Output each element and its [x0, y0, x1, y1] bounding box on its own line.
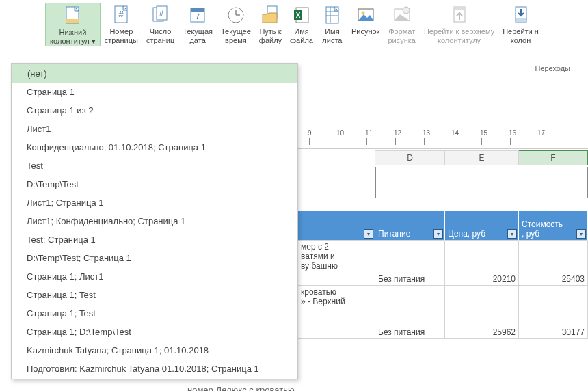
picfmt-icon: [391, 4, 413, 26]
footer-preset-item[interactable]: Подготовил: Kazmirchuk Tatyana 01.10.201…: [12, 360, 297, 378]
table-header-blank[interactable]: ▾: [298, 211, 375, 241]
worksheet-grid: ▾ Питание ▾ Цена, руб ▾ Стоимость , руб …: [298, 167, 588, 391]
ribbon-toolbar: Нижний колонтитул ▾#Номер страницы#Число…: [0, 0, 588, 64]
hash2-icon: #: [150, 4, 172, 26]
ribbon-btn-sheetname[interactable]: Имя листа: [317, 3, 347, 46]
svg-point-24: [403, 7, 410, 14]
ribbon-btn-label: Путь к файлу: [259, 27, 282, 45]
ruler-tick: 15: [481, 138, 510, 145]
filter-icon[interactable]: ▾: [507, 229, 517, 239]
ruler-tick: 13: [424, 138, 453, 145]
footer-preset-item[interactable]: Лист1: [12, 120, 297, 138]
table-header-cost[interactable]: Стоимость , руб ▾: [519, 211, 588, 241]
page-icon: [62, 5, 83, 27]
cell-price[interactable]: 25962: [445, 286, 519, 339]
ribbon-btn-label: Имя файла: [290, 27, 313, 45]
footer-preset-item[interactable]: Лист1; Страница 1: [12, 193, 297, 212]
svg-rect-1: [66, 19, 79, 23]
ribbon-btn-label: Формат рисунка: [388, 27, 416, 45]
cell-price[interactable]: 20210: [445, 241, 519, 286]
table-row: мер с 2 ватями и ву башню Без питания 20…: [298, 241, 588, 286]
svg-text:#: #: [159, 9, 164, 17]
cell-meal[interactable]: Без питания: [375, 286, 445, 339]
ribbon-btn-label: Номер страницы: [105, 27, 138, 45]
merged-empty-cell[interactable]: [375, 167, 588, 198]
ribbon-btn-goftr[interactable]: Перейти н колон: [498, 3, 543, 46]
svg-text:7: 7: [196, 12, 200, 21]
ribbon-btn-label: Перейти к верхнему колонтитулу: [424, 27, 494, 45]
footer-preset-dropdown: (нет)Страница 1Страница 1 из ?Лист1 Конф…: [11, 63, 298, 379]
filter-icon[interactable]: ▾: [433, 229, 443, 239]
ruler-tick: 9: [309, 138, 338, 145]
ribbon-btn-label: Текущая дата: [183, 27, 213, 45]
footer-preset-item[interactable]: Страница 1; D:\Temp\Test: [12, 323, 297, 341]
hash-icon: #: [110, 4, 132, 26]
column-header-E[interactable]: E: [445, 150, 519, 165]
footer-preset-item[interactable]: Kazmirchuk Tatyana; Страница 1; 01.10.20…: [12, 341, 297, 360]
ribbon-btn-label: Перейти н колон: [503, 27, 539, 45]
picture-icon: [355, 4, 377, 26]
table-header-row: ▾ Питание ▾ Цена, руб ▾ Стоимость , руб …: [298, 211, 588, 241]
table-header-pitanie[interactable]: Питание ▾: [375, 211, 445, 241]
footer-preset-item[interactable]: Страница 1; Test: [12, 304, 297, 323]
cell-cost[interactable]: 25403: [519, 241, 588, 286]
ribbon-btn-filepath[interactable]: Путь к файлу: [255, 3, 286, 46]
ruler-tick: 16: [510, 138, 539, 145]
svg-point-22: [361, 12, 364, 15]
footer-preset-item[interactable]: Конфиденциально; 01.10.2018; Страница 1: [12, 138, 297, 157]
svg-text:X: X: [296, 12, 301, 19]
ribbon-btn-pagecount[interactable]: #Число страниц: [142, 3, 178, 46]
footer-preset-item[interactable]: D:\Temp\Test; Страница 1: [12, 249, 297, 267]
column-header-row: D E F: [298, 150, 588, 165]
ribbon-btn-label: Число страниц: [146, 27, 174, 45]
ribbon-btn-pagenum[interactable]: #Номер страницы: [101, 3, 142, 46]
cell-cost[interactable]: 30177: [519, 286, 588, 339]
ruler-tick: 10: [338, 138, 366, 145]
cell-desc[interactable]: мер с 2 ватями и ву башню: [298, 241, 375, 286]
ribbon-btn-curdate[interactable]: 7Текущая дата: [178, 3, 217, 46]
footer-preset-item[interactable]: Test: [12, 157, 297, 175]
ribbon-btn-label: Рисунок: [351, 27, 380, 36]
ribbon-btn-footer[interactable]: Нижний колонтитул ▾: [45, 3, 101, 46]
ribbon-btn-filename[interactable]: XИмя файла: [286, 3, 317, 46]
footer-preset-item[interactable]: Лист1; Конфиденциально; Страница 1: [12, 212, 297, 230]
ribbon-btn-label: Нижний колонтитул ▾: [50, 28, 96, 46]
cell-meal[interactable]: Без питания: [375, 241, 445, 286]
table-row-cutoff: номер Делюкс с кроватью: [11, 383, 298, 391]
excel-icon: X: [291, 4, 312, 26]
folder-icon: [259, 4, 281, 26]
ribbon-btn-label: Текущее время: [221, 27, 251, 45]
filter-icon[interactable]: ▾: [364, 229, 373, 239]
table-header-price[interactable]: Цена, руб ▾: [445, 211, 519, 241]
svg-rect-26: [454, 7, 465, 10]
table-row: кроватью » - Верхний Без питания 25962 3…: [298, 286, 588, 339]
goheader-icon: [449, 4, 470, 26]
ribbon-buttons: Нижний колонтитул ▾#Номер страницы#Число…: [45, 3, 543, 46]
ribbon-btn-label: Имя листа: [322, 27, 342, 45]
footer-preset-item[interactable]: Страница 1 из ?: [12, 101, 297, 120]
gofooter-icon: [510, 4, 532, 26]
svg-rect-28: [516, 18, 526, 22]
filter-icon[interactable]: ▾: [576, 229, 586, 239]
ruler-tick: 12: [395, 138, 424, 145]
ribbon-btn-picture[interactable]: Рисунок: [347, 3, 384, 46]
ruler-tick: 11: [366, 138, 395, 145]
footer-preset-item[interactable]: Страница 1; Лист1: [12, 267, 297, 286]
ruler-tick: 17: [539, 138, 567, 145]
footer-preset-item[interactable]: (нет): [12, 64, 297, 83]
sheet-icon: [321, 4, 343, 26]
clock-icon: [225, 4, 247, 26]
column-header-F[interactable]: F: [519, 150, 588, 165]
footer-preset-item[interactable]: D:\Temp\Test: [12, 175, 297, 193]
cell-desc[interactable]: кроватью » - Верхний: [298, 286, 375, 339]
ribbon-btn-gohdr: Перейти к верхнему колонтитулу: [420, 3, 498, 46]
ruler-tick: 14: [453, 138, 481, 145]
footer-preset-item[interactable]: Страница 1; Test: [12, 286, 297, 304]
calendar-icon: 7: [187, 4, 209, 26]
footer-preset-item[interactable]: Страница 1: [12, 83, 297, 101]
footer-preset-item[interactable]: Test; Страница 1: [12, 230, 297, 249]
horizontal-ruler: 91011121314151617: [298, 134, 588, 149]
svg-rect-8: [191, 8, 204, 12]
column-header-D[interactable]: D: [375, 150, 445, 165]
ribbon-btn-curtime[interactable]: Текущее время: [217, 3, 255, 46]
